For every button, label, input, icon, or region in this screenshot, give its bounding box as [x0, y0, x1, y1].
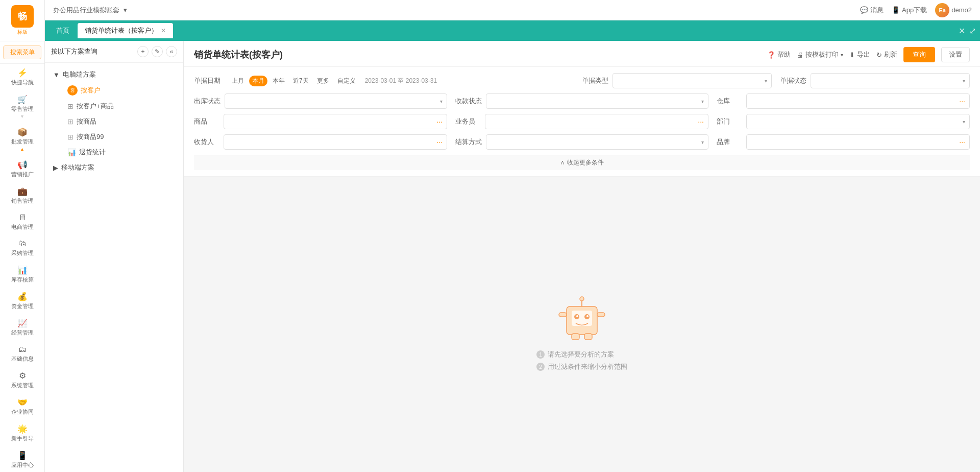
- sidebar-item-inventory[interactable]: 📊 库存核算: [0, 261, 44, 288]
- edit-scheme-button[interactable]: ✎: [152, 46, 163, 57]
- dept-select[interactable]: ▾: [746, 114, 970, 129]
- date-shortcut-last-7days[interactable]: 近7天: [290, 76, 312, 86]
- sidebar-item-retail[interactable]: 🛒 零售管理 ▼: [0, 90, 44, 123]
- collapse-label: ∧ 收起更多条件: [560, 158, 603, 167]
- product-select[interactable]: ···: [224, 114, 447, 129]
- print-label: 按模板打印: [805, 50, 839, 59]
- mobile-group-header[interactable]: ▶ 移动端方案: [45, 160, 183, 175]
- pay-status-chevron-icon: ▾: [701, 99, 704, 104]
- product-more-icon: ···: [436, 117, 443, 126]
- quick-nav-icon: ⚡: [17, 68, 28, 78]
- main-area: 办公用品行业模拟账套 ▾ 💬 消息 📱 App下载 Ea demo2 首页: [45, 0, 980, 472]
- sidebar-item-wholesale[interactable]: 📦 批发管理 ▲: [0, 123, 44, 156]
- pay-status-select[interactable]: ▾: [486, 93, 708, 109]
- product-label: 商品: [194, 117, 219, 126]
- sidebar-item-marketing[interactable]: 📢 营销推广: [0, 156, 44, 182]
- sidebar-logo: 畅 标版: [0, 0, 44, 41]
- message-button[interactable]: 💬 消息: [860, 6, 884, 15]
- tab-close-button[interactable]: ✕: [161, 27, 166, 34]
- mobile-scheme-group: ▶ 移动端方案: [45, 160, 183, 175]
- doc-status-select[interactable]: ▾: [811, 73, 970, 88]
- doc-type-label: 单据类型: [582, 76, 608, 85]
- date-shortcut-more[interactable]: 更多: [314, 76, 332, 86]
- doc-type-chevron-icon: ▾: [765, 78, 767, 84]
- out-status-chevron-icon: ▾: [440, 99, 443, 104]
- filter-doc-type: 单据类型 ▾: [582, 73, 772, 88]
- page-actions: ❓ 帮助 🖨 按模板打印 ▾ ⬇ 导出 ↻ 刷新: [767, 47, 970, 62]
- date-shortcut-custom[interactable]: 自定义: [334, 76, 359, 86]
- setting-button[interactable]: 设置: [941, 47, 970, 62]
- product-99-label: 按商品99: [77, 132, 104, 141]
- industry-dropdown[interactable]: ▾: [124, 6, 127, 14]
- sidebar-item-purchase[interactable]: 🛍 采购管理: [0, 235, 44, 261]
- sidebar-item-sales[interactable]: 💼 销售管理: [0, 182, 44, 209]
- date-shortcuts: 上月 本月 本年 近7天 更多 自定义: [229, 76, 359, 86]
- salesperson-select[interactable]: ···: [485, 114, 708, 129]
- sidebar-item-ecom[interactable]: 🖥 电商管理: [0, 209, 44, 235]
- sidebar-item-enterprise[interactable]: 🤝 企业协同: [0, 393, 44, 420]
- settle-select[interactable]: ▾: [486, 134, 708, 150]
- brand-select[interactable]: ···: [746, 134, 970, 150]
- left-panel-actions: + ✎ «: [137, 46, 177, 57]
- desktop-group-header[interactable]: ▼ 电脑端方案: [45, 67, 183, 82]
- tab-sales-stat[interactable]: 销货单统计表（按客户） ✕: [78, 23, 173, 38]
- filter-row-1: 单据日期 上月 本月 本年 近7天 更多 自定义 2023-03-01 至 20…: [194, 73, 970, 88]
- topbar-left: 办公用品行业模拟账套 ▾: [53, 6, 127, 15]
- sales-icon: 💼: [17, 186, 28, 196]
- collapse-panel-button[interactable]: «: [166, 46, 177, 57]
- user-profile[interactable]: Ea demo2: [935, 3, 972, 17]
- sales-label: 销售管理: [11, 197, 34, 205]
- tab-close-all-button[interactable]: ✕: [959, 26, 965, 36]
- date-shortcut-last-month[interactable]: 上月: [229, 76, 247, 86]
- by-product-label: 按商品: [77, 117, 96, 126]
- return-stat-label: 退货统计: [79, 148, 106, 157]
- tab-expand-button[interactable]: ⤢: [969, 26, 976, 36]
- collapse-filter-button[interactable]: ∧ 收起更多条件: [194, 155, 970, 170]
- doc-type-select[interactable]: ▾: [612, 73, 772, 88]
- sidebar-item-system[interactable]: ⚙ 系统管理: [0, 367, 44, 393]
- right-panel: 销货单统计表(按客户) ❓ 帮助 🖨 按模板打印 ▾ ⬇ 导出: [184, 41, 980, 472]
- warehouse-more-icon: ···: [959, 97, 965, 105]
- scheme-item-customer-product[interactable]: ⊞ 按客户+商品: [53, 99, 183, 114]
- purchase-label: 采购管理: [11, 249, 34, 257]
- svg-rect-9: [597, 313, 605, 317]
- sidebar-search-section: 搜索菜单: [0, 41, 44, 64]
- tab-home[interactable]: 首页: [49, 23, 77, 38]
- out-status-select[interactable]: ▾: [225, 93, 447, 109]
- filter-doc-status: 单据状态 ▾: [780, 73, 970, 88]
- quick-nav-label: 快捷导航: [11, 79, 34, 86]
- sidebar-item-quick-nav[interactable]: ⚡ 快捷导航: [0, 64, 44, 90]
- tip-1-number: 1: [536, 350, 545, 359]
- scheme-item-return-stat[interactable]: 📊 退货统计: [53, 145, 183, 160]
- empty-robot-container: [556, 291, 607, 344]
- sidebar-item-apps[interactable]: 📱 应用中心: [0, 446, 44, 472]
- date-shortcut-this-year[interactable]: 本年: [270, 76, 288, 86]
- desktop-group-expand-icon: ▼: [53, 71, 60, 79]
- query-button[interactable]: 查询: [903, 47, 935, 62]
- sidebar-item-operations[interactable]: 📈 经营管理: [0, 314, 44, 341]
- app-download-button[interactable]: 📱 App下载: [892, 6, 927, 15]
- add-scheme-button[interactable]: +: [137, 46, 149, 57]
- refresh-button[interactable]: ↻ 刷新: [876, 50, 897, 59]
- sidebar-item-finance[interactable]: 💰 资金管理: [0, 288, 44, 314]
- desktop-scheme-children: 客 按客户 ⊞ 按客户+商品 ⊞ 按商品 ⊞ 按: [45, 82, 183, 160]
- search-menu-button[interactable]: 搜索菜单: [3, 45, 41, 59]
- help-button[interactable]: ❓ 帮助: [767, 50, 791, 59]
- print-button[interactable]: 🖨 按模板打印 ▾: [797, 50, 843, 59]
- scheme-item-by-product[interactable]: ⊞ 按商品: [53, 114, 183, 129]
- out-status-label: 出库状态: [194, 97, 220, 106]
- export-button[interactable]: ⬇ 导出: [849, 50, 870, 59]
- enterprise-icon: 🤝: [17, 397, 28, 407]
- filter-salesperson: 业务员 ···: [455, 114, 708, 129]
- retail-label: 零售管理: [11, 105, 34, 113]
- scheme-item-product-99[interactable]: ⊞ 按商品99: [53, 129, 183, 145]
- receiver-select[interactable]: ···: [224, 134, 447, 150]
- settle-chevron-icon: ▾: [701, 139, 704, 145]
- date-shortcut-this-month[interactable]: 本月: [249, 76, 267, 86]
- sidebar-item-basic[interactable]: 🗂 基础信息: [0, 341, 44, 367]
- warehouse-select[interactable]: ···: [746, 93, 970, 109]
- sidebar-item-onboard[interactable]: 🌟 新手引导: [0, 420, 44, 446]
- scheme-item-by-customer[interactable]: 客 按客户: [53, 82, 183, 99]
- scheme-tree: ▼ 电脑端方案 客 按客户 ⊞ 按客户+商品 ⊞: [45, 63, 183, 179]
- tab-sales-stat-label: 销货单统计表（按客户）: [85, 26, 158, 35]
